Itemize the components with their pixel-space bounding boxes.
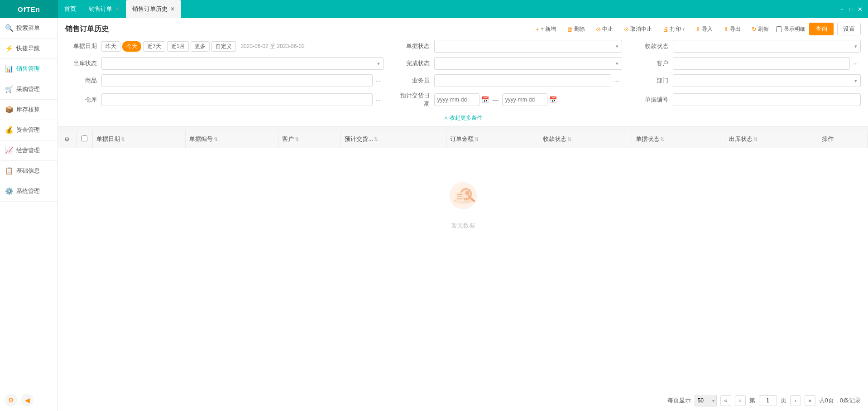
filter-row-4: 仓库 ··· 预计交货日期 📅 — 📅 [65,92,861,108]
total-text: 共0页，0条记录 [819,396,861,405]
receipt-status-select[interactable] [673,40,861,53]
sort-out-status-icon[interactable]: ⇅ [753,136,758,142]
dept-control [673,74,861,87]
pagination-bar: 每页显示 20 50 100 « ‹ 第 页 › » 共0页，0条记录 [58,390,868,411]
sidebar-collapse-btn[interactable]: ◀ [21,394,34,406]
salesperson-input[interactable] [434,74,611,87]
bill-no-input[interactable] [673,93,861,106]
gear-icon[interactable]: ⚙ [64,136,70,143]
svg-point-4 [465,191,469,195]
show-detail-label: 显示明细 [776,25,806,33]
date-btn-today[interactable]: 今天 [122,41,141,52]
sidebar-item-basic-info[interactable]: 📋 基础信息 [0,161,58,181]
sidebar-item-inventory-check[interactable]: 📦 库存核算 [0,100,58,120]
sys-mgmt-icon: ⚙️ [5,187,14,196]
close-window-icon[interactable]: ✕ [858,6,863,13]
filter-row-2: 出库状态 完成状态 客户 [65,57,861,70]
warehouse-control: ··· [101,93,384,106]
show-detail-checkbox[interactable] [776,26,782,32]
date-btn-yesterday[interactable]: 昨天 [101,41,120,52]
sort-bill-no-icon[interactable]: ⇅ [214,136,218,142]
query-btn[interactable]: 查询 [809,23,834,35]
complete-status-label: 完成状态 [398,59,434,68]
per-page-select[interactable]: 20 50 100 [695,395,717,406]
next-page-btn[interactable]: › [790,395,801,406]
per-page-label: 每页显示 [667,396,691,405]
search-menu-icon: 🔍 [5,24,14,33]
sidebar-settings-btn[interactable]: ⚙ [5,394,17,406]
out-status-select[interactable] [101,57,384,70]
complete-status-control [434,57,622,70]
sidebar-item-sys-mgmt[interactable]: ⚙️ 系统管理 [0,181,58,202]
sidebar-item-capital-mgmt[interactable]: 💰 资金管理 [0,120,58,140]
stop-icon: ⊘ [596,26,601,33]
content-area: 销售订单历史 + + 新增 🗑 删除 ⊘ 中止 ⊙ [58,18,868,411]
close-tab-history[interactable]: ✕ [170,6,175,12]
export-icon: ⇧ [724,26,729,33]
delete-btn[interactable]: 🗑 删除 [563,24,589,35]
date-btn-7days[interactable]: 近7天 [143,41,165,52]
sidebar-item-ops-mgmt[interactable]: 📈 经营管理 [0,140,58,161]
sidebar-item-search-menu[interactable]: 🔍 搜索菜单 [0,18,58,39]
capital-mgmt-icon: 💰 [5,126,14,135]
date-btn-1month[interactable]: 近1月 [167,41,189,52]
sidebar-item-quick-nav[interactable]: ⚡ 快捷导航 [0,39,58,59]
select-all-checkbox[interactable] [82,135,87,141]
tab-sales-order-history[interactable]: 销售订单历史 ✕ [126,0,181,18]
bill-status-label: 单据状态 [398,42,434,50]
dept-select[interactable] [673,74,861,87]
refresh-btn[interactable]: ↻ 刷新 [748,24,772,35]
last-page-btn[interactable]: » [805,395,815,406]
product-control: ··· [101,74,384,87]
sidebar-item-sales-mgmt[interactable]: 📊 销售管理 [0,59,58,79]
product-ellipsis-btn[interactable]: ··· [373,77,384,84]
restore-icon[interactable]: □ [849,6,853,13]
customer-ellipsis-btn[interactable]: ··· [850,60,861,67]
page-input[interactable] [759,395,777,406]
export-btn[interactable]: ⇧ 导出 [720,24,744,35]
warehouse-input[interactable] [101,93,373,106]
stop-btn[interactable]: ⊘ 中止 [592,24,617,35]
settings-btn[interactable]: 设置 [837,23,861,35]
salesperson-ellipsis-btn[interactable]: ··· [611,77,622,84]
sort-delivery-icon[interactable]: ⇅ [374,136,378,142]
prev-page-btn[interactable]: ‹ [735,395,746,406]
warehouse-ellipsis-btn[interactable]: ··· [373,96,384,103]
sales-mgmt-icon: 📊 [5,64,14,73]
minimize-icon[interactable]: － [839,5,845,13]
delivery-date-start-input[interactable] [434,93,480,106]
import-btn[interactable]: ⇩ 导入 [692,24,716,35]
bill-status-control [434,40,622,53]
product-input[interactable] [101,74,373,87]
sort-bill-date-icon[interactable]: ⇅ [121,136,125,142]
collapse-row[interactable]: ∧ 收起更多条件 [65,112,861,124]
calendar-end-icon[interactable]: 📅 [549,96,557,103]
date-filter-buttons: 昨天 今天 近7天 近1月 更多 自定义 2023-06-02 至 2023-0… [101,41,384,52]
sort-customer-icon[interactable]: ⇅ [295,136,299,142]
calendar-start-icon[interactable]: 📅 [481,96,489,103]
customer-input[interactable] [673,57,850,70]
sort-receipt-icon[interactable]: ⇅ [567,136,571,142]
bill-status-select[interactable] [434,40,622,53]
tab-home[interactable]: 首页 [58,0,82,18]
complete-status-select[interactable] [434,57,622,70]
date-filter-label: 单据日期 [65,42,101,50]
tab-sales-order[interactable]: 销售订单 ✕ [82,0,126,18]
sort-amount-icon[interactable]: ⇅ [475,136,479,142]
delivery-date-control: 📅 — 📅 [434,93,622,106]
page-header: 销售订单历史 + + 新增 🗑 删除 ⊘ 中止 ⊙ [58,18,868,127]
close-tab-sales-order[interactable]: ✕ [115,6,120,12]
date-filter-control: 昨天 今天 近7天 近1月 更多 自定义 2023-06-02 至 2023-0… [101,41,384,52]
page-label-suffix: 页 [781,396,786,405]
delivery-date-end-input[interactable] [502,93,547,106]
sidebar-item-purchase-mgmt[interactable]: 🛒 采购管理 [0,79,58,100]
print-btn[interactable]: 🖨 打印 ▾ [659,24,688,35]
cancel-stop-btn[interactable]: ⊙ 取消中止 [620,24,656,35]
first-page-btn[interactable]: « [720,395,731,406]
date-btn-more[interactable]: 更多 [191,41,210,52]
sort-bill-status-icon[interactable]: ⇅ [660,136,664,142]
new-btn[interactable]: + + 新增 [532,24,560,35]
out-status-control [101,57,384,70]
dept-label: 部门 [637,77,673,85]
date-btn-custom[interactable]: 自定义 [211,41,236,52]
